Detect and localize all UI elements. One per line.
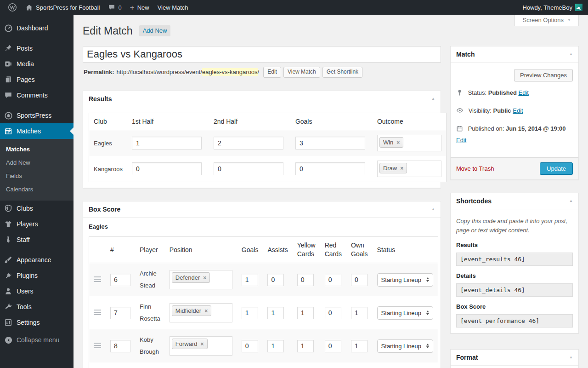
remove-icon[interactable]: × [204,308,208,314]
sidebar-item-pages[interactable]: Pages [0,72,74,87]
match-panel-header[interactable]: Match ▲ [451,46,578,63]
team-label: Eagles [83,218,441,231]
sidebar-item-appearance[interactable]: Appearance [0,252,74,268]
results-panel-header[interactable]: Results ▲ [83,91,441,107]
collapse-panel-icon[interactable]: ▲ [431,97,435,101]
squad-number-input[interactable] [110,307,130,319]
squad-number-input[interactable] [110,340,130,352]
yellow-cards-input[interactable] [297,307,314,319]
remove-icon[interactable]: × [201,341,204,347]
shortcode-input-details[interactable] [456,283,573,297]
shortcode-input-box-score[interactable] [456,314,573,328]
red-cards-input[interactable] [325,307,341,319]
edit-permalink-button[interactable]: Edit [263,67,281,78]
collapse-panel-icon[interactable]: ▲ [569,356,573,359]
site-name-link[interactable]: SportsPress for Football [21,0,104,15]
sidebar-item-plugins[interactable]: Plugins [0,268,74,283]
collapse-panel-icon[interactable]: ▲ [431,207,435,211]
drag-handle[interactable] [94,343,101,348]
second-half-input[interactable] [214,137,283,150]
outcome-select[interactable]: Win× [377,135,441,151]
sidebar-item-label: SportsPress [17,112,51,119]
published-row: Published on: Jun 15, 2014 @ 19:00 Edit [456,124,573,146]
remove-icon[interactable]: × [203,275,206,281]
squad-number-input[interactable] [110,274,130,286]
first-half-input[interactable] [132,162,202,175]
own-goals-input[interactable] [351,340,368,352]
assists-input[interactable] [267,274,284,286]
sidebar-item-media[interactable]: Media [0,56,74,72]
sidebar-item-label: Dashboard [17,24,48,32]
red-cards-input[interactable] [325,274,341,286]
red-cards-input[interactable] [325,340,341,352]
new-content-menu[interactable]: + New [126,0,153,15]
comments-toolbar-link[interactable]: 0 [104,0,125,15]
sidebar-item-tools[interactable]: Tools [0,299,74,315]
collapse-panel-icon[interactable]: ▲ [569,52,573,56]
sidebar-item-sportspress[interactable]: SportsPress [0,108,74,123]
outcome-select[interactable]: Draw× [377,161,441,177]
remove-icon[interactable]: × [396,140,400,145]
sportspress-ball-icon [4,111,13,120]
sidebar-item-settings[interactable]: Settings [0,315,74,330]
drag-handle[interactable] [94,310,101,315]
screen-options-tab[interactable]: Screen Options ▼ [514,15,579,26]
position-select[interactable]: Forward× [170,336,232,356]
goals-input[interactable] [242,340,258,352]
move-to-trash-link[interactable]: Move to Trash [456,165,494,172]
sidebar-item-posts[interactable]: Posts [0,40,74,56]
submenu-item-matches[interactable]: Matches [0,143,74,156]
position-select[interactable]: Defender× [170,270,232,289]
goals-input[interactable] [242,274,258,286]
view-match-toolbar-link[interactable]: View Match [153,0,192,15]
menu-separator [0,103,74,108]
box-score-panel-header[interactable]: Box Score ▲ [83,201,441,218]
assists-input[interactable] [267,307,284,319]
sidebar-item-clubs[interactable]: Clubs [0,201,74,216]
own-goals-input[interactable] [351,307,368,319]
yellow-cards-input[interactable] [297,340,314,352]
remove-icon[interactable]: × [400,166,403,171]
sidebar-item-comments[interactable]: Comments [0,87,74,103]
collapse-menu-button[interactable]: Collapse menu [0,332,74,348]
position-select[interactable]: Midfielder× [170,303,232,322]
sidebar-item-players[interactable]: Players [0,216,74,232]
sidebar-item-matches[interactable]: Matches [0,123,74,139]
submenu-item-fields[interactable]: Fields [0,169,74,183]
yellow-cards-input[interactable] [297,274,314,286]
edit-published-link[interactable]: Edit [456,136,466,145]
status-select[interactable]: Starting Lineup [377,273,433,287]
preview-changes-button[interactable]: Preview Changes [514,69,573,81]
account-menu[interactable]: Howdy, ThemeBoy [518,0,582,15]
view-match-button[interactable]: View Match [283,67,320,78]
sidebar-item-dashboard[interactable]: Dashboard [0,20,74,36]
wordpress-menu[interactable] [4,0,21,15]
visibility-label: Visibility: [469,107,492,114]
shortcodes-panel-header[interactable]: Shortcodes ▲ [451,193,578,209]
second-half-input[interactable] [214,162,283,175]
add-new-button[interactable]: Add New [139,25,171,36]
status-select[interactable]: Starting Lineup [377,306,433,320]
submenu-item-add-new[interactable]: Add New [0,156,74,169]
goals-input[interactable] [295,137,365,150]
assists-input[interactable] [267,340,284,352]
shortcode-input-results[interactable] [456,253,573,266]
sidebar-item-users[interactable]: Users [0,283,74,299]
sidebar-item-staff[interactable]: Staff [0,232,74,247]
post-title-input[interactable] [83,46,441,63]
edit-status-link[interactable]: Edit [518,89,528,96]
drag-handle[interactable] [94,276,101,282]
edit-visibility-link[interactable]: Edit [513,107,523,114]
collapse-panel-icon[interactable]: ▲ [569,199,573,203]
format-panel-header[interactable]: Format ▲ [451,350,578,366]
submenu-item-calendars[interactable]: Calendars [0,183,74,196]
plugins-plug-icon [4,271,13,280]
goals-input[interactable] [295,162,365,175]
get-shortlink-button[interactable]: Get Shortlink [322,67,362,78]
update-button[interactable]: Update [540,162,573,175]
first-half-input[interactable] [132,137,202,150]
goals-input[interactable] [242,307,258,319]
own-goals-input[interactable] [351,274,368,286]
status-select[interactable]: Starting Lineup [377,339,433,353]
outcome-chip: Draw× [379,163,407,173]
